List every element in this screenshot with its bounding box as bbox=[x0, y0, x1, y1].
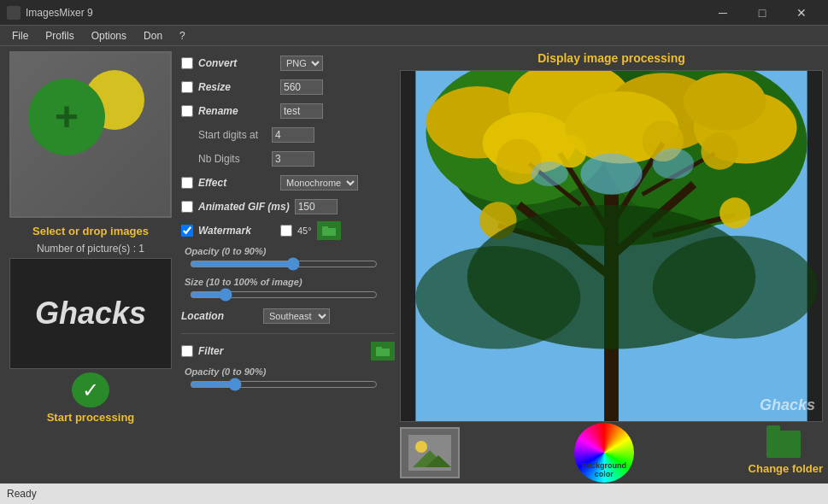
preview-image: Ghacks bbox=[400, 70, 823, 422]
svg-point-28 bbox=[554, 135, 587, 168]
preview-svg bbox=[401, 71, 822, 421]
size-label: Size (10 to 100% of image) bbox=[181, 277, 395, 287]
filter-folder-button[interactable] bbox=[371, 342, 395, 360]
svg-point-27 bbox=[701, 132, 737, 169]
svg-point-35 bbox=[531, 161, 567, 186]
circle-green: + bbox=[28, 79, 105, 155]
watermark-checkbox[interactable] bbox=[181, 225, 193, 237]
filter-opacity-slider[interactable] bbox=[190, 378, 378, 390]
opacity-section: Opacity (0 to 90%) bbox=[181, 246, 395, 270]
location-row: Location Northwest North Northeast West … bbox=[181, 306, 395, 326]
filter-opacity-label: Opacity (0 to 90%) bbox=[181, 366, 395, 377]
animated-gif-input[interactable] bbox=[295, 199, 338, 214]
size-slider[interactable] bbox=[190, 289, 378, 301]
title-bar: ImagesMixer 9 ─ □ ✕ bbox=[0, 0, 828, 26]
effect-checkbox[interactable] bbox=[181, 177, 193, 189]
opacity-label: Opacity (0 to 90%) bbox=[181, 246, 395, 256]
effect-row: Effect Monochrome Sepia Negative None bbox=[181, 173, 395, 193]
filter-row: Filter bbox=[181, 341, 395, 361]
app-icon bbox=[7, 6, 21, 20]
menu-bar: File Profils Options Don ? bbox=[0, 26, 828, 46]
watermark-preview: Ghacks bbox=[9, 258, 172, 369]
status-text: Ready bbox=[7, 488, 37, 500]
svg-point-29 bbox=[719, 197, 750, 228]
animated-gif-checkbox[interactable] bbox=[181, 201, 193, 213]
left-panel: + Select or drop images Number of pictur… bbox=[5, 51, 176, 478]
thumbnail-icon bbox=[408, 435, 451, 471]
opacity-slider[interactable] bbox=[190, 258, 378, 270]
convert-label: Convert bbox=[198, 57, 275, 69]
select-label: Select or drop images bbox=[32, 225, 149, 237]
effect-label: Effect bbox=[198, 177, 275, 189]
status-bar: Ready bbox=[0, 483, 828, 504]
middle-panel: Convert PNG JPG BMP GIF TIFF Resize Rena… bbox=[181, 51, 395, 478]
plus-icon: + bbox=[55, 97, 79, 138]
filter-label: Filter bbox=[198, 345, 275, 357]
close-button[interactable]: ✕ bbox=[782, 0, 821, 26]
svg-point-14 bbox=[684, 73, 766, 131]
nb-digits-label: Nb Digits bbox=[181, 153, 267, 165]
preview-title: Display image processing bbox=[400, 51, 823, 65]
svg-point-33 bbox=[580, 153, 642, 194]
app-title: ImagesMixer 9 bbox=[26, 7, 93, 19]
bg-color-label: Background color bbox=[574, 462, 634, 479]
menu-help[interactable]: ? bbox=[171, 28, 194, 44]
right-panel: Display image processing bbox=[400, 51, 823, 478]
resize-input[interactable] bbox=[280, 79, 323, 95]
watermark-overlay: Ghacks bbox=[760, 396, 815, 414]
rename-checkbox[interactable] bbox=[181, 105, 193, 117]
start-processing-button[interactable]: ✓ Start processing bbox=[9, 372, 172, 424]
watermark-text: Ghacks bbox=[35, 296, 146, 331]
svg-point-31 bbox=[415, 246, 580, 349]
bottom-row: Background color Change folder bbox=[400, 427, 823, 478]
start-processing-label: Start processing bbox=[47, 411, 135, 424]
svg-point-32 bbox=[653, 236, 818, 339]
thumbnail-box[interactable] bbox=[400, 427, 460, 478]
color-wheel[interactable]: Background color bbox=[574, 423, 634, 483]
resize-row: Resize bbox=[181, 77, 395, 97]
maximize-button[interactable]: □ bbox=[743, 0, 782, 26]
start-digits-input[interactable] bbox=[272, 127, 314, 143]
folder-icon bbox=[322, 226, 336, 236]
nb-digits-row: Nb Digits bbox=[181, 149, 395, 169]
picture-count: Number of picture(s) : 1 bbox=[37, 243, 144, 255]
animated-gif-row: Animated GIF (ms) bbox=[181, 196, 395, 217]
svg-point-34 bbox=[653, 148, 694, 179]
svg-rect-1 bbox=[322, 226, 328, 230]
location-label: Location bbox=[181, 310, 258, 322]
folder-big-icon bbox=[766, 431, 804, 460]
svg-point-37 bbox=[415, 441, 427, 453]
animated-gif-label: Animated GIF (ms) bbox=[198, 201, 290, 213]
watermark-deg-label: 45° bbox=[297, 226, 312, 236]
size-section: Size (10 to 100% of image) bbox=[181, 277, 395, 301]
rename-input[interactable] bbox=[280, 103, 323, 119]
main-content: + Select or drop images Number of pictur… bbox=[0, 46, 828, 483]
check-icon: ✓ bbox=[72, 372, 109, 407]
convert-checkbox[interactable] bbox=[181, 57, 193, 69]
start-digits-row: Start digits at bbox=[181, 125, 395, 145]
menu-don[interactable]: Don bbox=[135, 28, 171, 44]
convert-row: Convert PNG JPG BMP GIF TIFF bbox=[181, 53, 395, 73]
convert-format-select[interactable]: PNG JPG BMP GIF TIFF bbox=[280, 56, 323, 71]
resize-checkbox[interactable] bbox=[181, 81, 193, 93]
filter-folder-icon bbox=[376, 346, 390, 356]
change-folder-label: Change folder bbox=[749, 462, 823, 475]
effect-select[interactable]: Monochrome Sepia Negative None bbox=[280, 175, 358, 190]
watermark-45-checkbox[interactable] bbox=[280, 225, 292, 237]
resize-label: Resize bbox=[198, 81, 275, 93]
start-digits-label: Start digits at bbox=[181, 129, 267, 141]
color-wheel-container[interactable]: Background color bbox=[574, 423, 634, 483]
minimize-button[interactable]: ─ bbox=[703, 0, 743, 26]
menu-file[interactable]: File bbox=[3, 28, 37, 44]
change-folder-button[interactable]: Change folder bbox=[749, 431, 823, 475]
watermark-label: Watermark bbox=[198, 225, 275, 237]
filter-checkbox[interactable] bbox=[181, 345, 193, 357]
rename-label: Rename bbox=[198, 105, 275, 117]
menu-profils[interactable]: Profils bbox=[37, 28, 82, 44]
nb-digits-input[interactable] bbox=[272, 151, 314, 167]
menu-options[interactable]: Options bbox=[83, 28, 135, 44]
watermark-folder-button[interactable] bbox=[317, 221, 341, 240]
drop-area[interactable]: + bbox=[9, 51, 172, 218]
location-select[interactable]: Northwest North Northeast West Center Ea… bbox=[263, 308, 330, 324]
filter-opacity-section: Opacity (0 to 90%) bbox=[181, 366, 395, 390]
